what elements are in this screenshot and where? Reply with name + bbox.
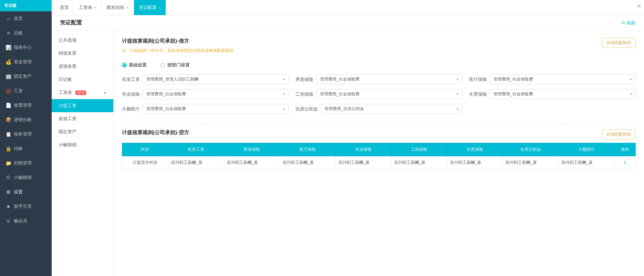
chevron-down-icon: ▾ — [457, 92, 458, 96]
radio-dept-circle — [160, 63, 165, 67]
select-housing[interactable]: 管理费用_住房公积金 ▾ — [321, 104, 462, 114]
label-injury: 工伤保险 — [295, 91, 313, 97]
cell-maternity-select[interactable]: 应付职工薪酬_基 — [450, 160, 500, 166]
left-nav-item-public-options[interactable]: 公共选项 — [52, 34, 113, 47]
sidebar-item-ledger[interactable]: ≡ 总账 — [0, 26, 52, 40]
select-large-medical-value: 管理费用_社会保险费 — [146, 106, 186, 112]
radio-dept-label: 按部门设置 — [167, 62, 190, 68]
sidebar-item-label: 工资 — [14, 88, 23, 94]
sidebar-item-salary[interactable]: 💼 工资 — [0, 84, 52, 98]
new-badge: NEW — [75, 91, 86, 95]
cell-large-medical-value: 应付职工薪酬_基 — [561, 160, 593, 166]
sidebar-item-guide[interactable]: ★ 新手引导 — [0, 199, 52, 214]
field-maternity: 生育保险 管理费用_社会保险费 ▾ — [469, 89, 636, 99]
cell-salary-value: 应付职工薪酬_基 — [171, 160, 202, 166]
member-icon: V — [6, 218, 11, 224]
debit-auto-match-button[interactable]: 自动匹配科目 — [602, 38, 636, 48]
field-large-medical: 大额医疗 管理费用_社会保险费 ▾ — [122, 104, 289, 114]
cell-housing: 应付职工薪酬_基 — [503, 156, 559, 169]
sidebar-item-tax[interactable]: 📋 税务管理 — [0, 127, 52, 141]
tab-home[interactable]: 首页 — [55, 0, 74, 15]
label-medical: 医疗保险 — [469, 76, 487, 83]
sidebar-item-label: 总账 — [14, 30, 23, 36]
cell-maternity-value: 应付职工薪酬_基 — [450, 160, 481, 166]
cell-housing-select[interactable]: 应付职工薪酬_基 — [506, 160, 555, 166]
cell-large-medical-select[interactable]: 应付职工薪酬_基 — [561, 160, 611, 166]
tab-voucher-config-close[interactable]: × — [159, 6, 161, 10]
col-unemployment: 失业保险 — [335, 143, 391, 156]
radio-basic-setup[interactable]: 基础设置 — [122, 62, 147, 68]
ledger-icon: ≡ — [6, 30, 11, 36]
left-nav-item-journal[interactable]: 日记账 — [52, 73, 113, 86]
select-medical-value: 管理费用_社会保险费 — [494, 76, 533, 82]
main-area: 首页 工资表 × 期末结转 × 凭证配置 × ✕ 凭证配置 ↻ 刷新 公共选项 — [52, 0, 644, 276]
debit-section-titles: 计提核算规则(公司承担)-借方 注：只能选择一种方式，系统将按照您当前的选择来配… — [122, 38, 233, 59]
select-unemployment[interactable]: 管理费用_社会保险费 ▾ — [143, 89, 289, 99]
cell-large-medical: 应付职工薪酬_基 — [559, 156, 614, 169]
sidebar-item-label: 报表中心 — [14, 44, 32, 51]
page-title: 凭证配置 — [60, 19, 82, 26]
left-nav-item-salary-table[interactable]: 工资表 NEW ▾ — [52, 86, 113, 99]
select-salary[interactable]: 管理费用_管理人员职工薪酬 ▾ — [143, 74, 289, 84]
sidebar-item-label: 畅会员 — [14, 218, 27, 224]
sidebar-item-settings[interactable]: ⚙ 设置 — [0, 185, 52, 199]
home-icon: ⌂ — [6, 16, 11, 21]
cell-medical: 应付职工薪酬_基 — [280, 156, 335, 169]
window-close-button[interactable]: ✕ — [637, 3, 641, 9]
left-nav-item-fixed-assets[interactable]: 固定资产 — [52, 125, 113, 138]
select-medical[interactable]: 管理费用_社会保险费 ▾ — [490, 74, 636, 84]
select-maternity[interactable]: 管理费用_社会保险费 ▾ — [490, 89, 636, 99]
cell-pension-select[interactable]: 应付职工薪酬_基 — [227, 160, 277, 166]
select-large-medical[interactable]: 管理费用_社会保险费 ▾ — [143, 104, 289, 114]
sidebar-item-archive[interactable]: 📁 归档管理 — [0, 156, 52, 170]
left-nav-item-entry-invoice[interactable]: 进项发票 — [52, 60, 113, 73]
chevron-down-icon: ▾ — [283, 77, 285, 81]
tab-period-closing[interactable]: 期末结转 × — [102, 0, 134, 15]
tab-salary-table[interactable]: 工资表 × — [74, 0, 102, 15]
select-injury[interactable]: 管理费用_社会保险费 ▾ — [316, 89, 462, 99]
table-header-row: 科目 应发工资 养老保险 医疗保险 失业保险 工伤保险 生育保险 住房公积金 大… — [122, 143, 636, 156]
debit-form-row-3: 大额医疗 管理费用_社会保险费 ▾ 住房公积金 管理费用_住房公积金 ▾ — [122, 104, 636, 114]
refresh-button[interactable]: ↻ 刷新 — [622, 20, 636, 26]
sidebar-item-closing[interactable]: 🔒 结账 — [0, 141, 52, 156]
left-nav-item-pay-salary[interactable]: 发放工资 — [52, 112, 113, 125]
sidebar-item-xiao-report[interactable]: © 小畅报销 — [0, 170, 52, 185]
sidebar-item-assets[interactable]: 🏢 固定资产 — [0, 69, 52, 84]
sidebar-item-inventory[interactable]: 📦 进销台账 — [0, 113, 52, 127]
content-area: 公共选项 销项发票 进项发票 日记账 工资表 NEW ▾ 计提工资 发放工资 — [52, 31, 644, 276]
sidebar-item-home[interactable]: ⌂ 首页 — [0, 11, 52, 26]
cell-injury-select[interactable]: 应付职工薪酬_基 — [394, 160, 444, 166]
label-unemployment: 失业保险 — [122, 91, 140, 97]
credit-auto-match-button[interactable]: 自动匹配科目 — [602, 129, 636, 139]
col-large-medical: 大额医疗 — [559, 143, 614, 156]
left-nav-item-calc-salary[interactable]: 计提工资 — [52, 99, 113, 112]
cell-salary-select[interactable]: 应付职工薪酬_基 — [171, 160, 221, 166]
debit-radio-group: 基础设置 按部门设置 — [122, 62, 636, 68]
cell-unemployment-select[interactable]: 应付职工薪酬_基 — [339, 160, 388, 166]
chevron-down-icon: ▾ — [283, 107, 285, 111]
sidebar-item-invoice[interactable]: 📄 发票管理 — [0, 98, 52, 113]
tab-voucher-config[interactable]: 凭证配置 × — [134, 0, 166, 15]
sidebar-item-reports[interactable]: 📊 报表中心 — [0, 40, 52, 55]
tab-salary-table-close[interactable]: × — [94, 6, 96, 10]
left-nav-item-cancel-invoice[interactable]: 销项发票 — [52, 47, 113, 60]
left-nav-item-xiao-expense[interactable]: 小畅报销 — [52, 138, 113, 151]
cell-medical-value: 应付职工薪酬_基 — [283, 160, 314, 166]
cell-injury-value: 应付职工薪酬_基 — [394, 160, 426, 166]
edit-button[interactable]: ✎ — [623, 160, 627, 165]
field-injury: 工伤保险 管理费用_社会保险费 ▾ — [295, 89, 462, 99]
left-nav: 公共选项 销项发票 进项发票 日记账 工资表 NEW ▾ 计提工资 发放工资 — [52, 31, 114, 276]
sidebar-item-funds[interactable]: 💰 资金管理 — [0, 55, 52, 69]
archive-icon: 📁 — [6, 160, 11, 166]
radio-dept-setup[interactable]: 按部门设置 — [160, 62, 190, 68]
label-large-medical: 大额医疗 — [122, 106, 140, 112]
label-salary: 应发工资 — [122, 76, 140, 83]
col-maternity: 生育保险 — [447, 143, 503, 156]
tab-period-closing-close[interactable]: × — [126, 6, 128, 10]
select-pension[interactable]: 管理费用_社会保险费 ▾ — [316, 74, 462, 84]
sidebar-item-member[interactable]: V 畅会员 — [0, 214, 52, 228]
cell-medical-select[interactable]: 应付职工薪酬_基 — [283, 160, 333, 166]
chevron-down-icon: ▾ — [457, 107, 458, 111]
credit-table: 科目 应发工资 养老保险 医疗保险 失业保险 工伤保险 生育保险 住房公积金 大… — [122, 143, 636, 169]
select-pension-value: 管理费用_社会保险费 — [320, 76, 360, 82]
